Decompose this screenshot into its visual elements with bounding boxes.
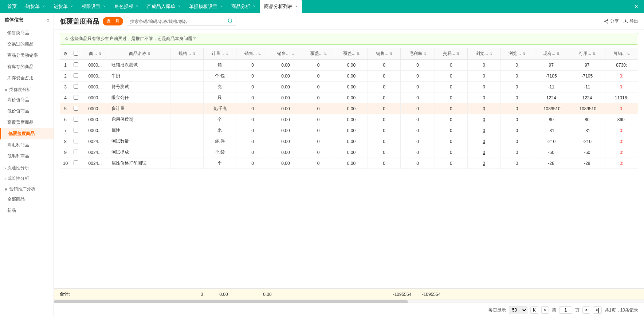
export-button[interactable]: 导出 [623,18,638,24]
sidebar-item-stock-goods[interactable]: 有库存的商品 [0,61,54,72]
sidebar-item-capital-occupation[interactable]: 库存资金占用 [0,72,54,84]
cell-checkbox[interactable] [71,158,81,169]
next-page-button[interactable]: > [582,306,590,314]
cell-checkbox[interactable] [71,60,81,71]
col-settings[interactable]: ⚙ [60,48,71,60]
sidebar-section-marketing-title[interactable]: ∨ 营销推广分析 [0,183,54,194]
cell-checkbox[interactable] [71,92,81,103]
sidebar-item-high-margin[interactable]: 高毛利商品 [0,139,54,151]
col-name[interactable]: 商品名称 ⇅ [109,48,170,60]
nav-template-close[interactable]: × [220,0,223,13]
col-cover2[interactable]: 覆盖... ⇅ [335,48,368,60]
sidebar-item-new-goods[interactable]: 新品 [0,205,54,216]
col-spec[interactable]: 规格... ⇅ [170,48,203,60]
sidebar-item-low-coverage[interactable]: 低覆盖度商品 [0,128,54,139]
row-checkbox[interactable] [74,84,78,89]
col-browse2[interactable]: 浏览... ⇅ [500,48,533,60]
col-checkbox[interactable] [71,48,81,60]
cell-browse1[interactable]: 0 [467,71,500,82]
cell-checkbox[interactable] [71,103,81,114]
cell-browse1[interactable]: 0 [467,136,500,147]
filter-period-button[interactable]: 近一月 [103,17,123,25]
sidebar-item-traded-goods[interactable]: 交易过的商品 [0,39,54,50]
col-browse1[interactable]: 浏览... ⇅ [467,48,500,60]
row-checkbox[interactable] [74,161,78,165]
current-page-input[interactable] [559,306,572,314]
cell-checkbox[interactable] [71,125,81,136]
sidebar-item-low-value[interactable]: 低价值商品 [0,106,54,117]
cell-unit: 克,千克 [203,103,236,114]
nav-product-warehouse-close[interactable]: × [178,0,180,13]
nav-purchase-order[interactable]: 进货单 × [49,0,77,13]
sidebar-item-all-goods[interactable]: 全部商品 [0,194,54,205]
cell-checkbox[interactable] [71,114,81,125]
cell-browse1[interactable]: 0 [467,158,500,169]
row-checkbox[interactable] [74,128,78,132]
col-code[interactable]: 商... ⇅ [81,48,109,60]
cell-browse1[interactable]: 0 [467,103,500,114]
search-icon[interactable] [228,18,233,24]
sidebar-item-category-turnover[interactable]: 商品分类动销率 [0,50,54,61]
col-unit[interactable]: 计量... ⇅ [203,48,236,60]
col-sales-amount[interactable]: 销售... ⇅ [269,48,302,60]
settings-icon[interactable]: ⚙ [63,51,67,56]
nav-sales-order-close[interactable]: × [43,0,45,13]
nav-product-analysis-list-close[interactable]: × [295,0,298,13]
cell-checkbox[interactable] [71,71,81,82]
nav-sales-order[interactable]: 销货单 × [21,0,49,13]
sidebar-section-growth-title[interactable]: › 成长性分析 [0,173,54,183]
col-sellable[interactable]: 可销... ⇅ [605,48,638,60]
select-all-checkbox[interactable] [74,51,78,56]
search-input[interactable] [130,19,225,24]
nav-purchase-order-close[interactable]: × [71,0,73,13]
col-cover1[interactable]: 覆盖... ⇅ [302,48,335,60]
cell-browse1[interactable]: 0 [467,60,500,71]
cell-available-stock: 1224 [569,92,605,103]
nav-product-analysis[interactable]: 商品分析 × [227,0,260,13]
row-checkbox[interactable] [74,117,78,122]
nav-permission-close[interactable]: × [103,0,106,13]
window-close-button[interactable]: × [631,3,641,11]
prev-page-button[interactable]: < [541,306,549,314]
nav-product-analysis-list[interactable]: 商品分析列表 × [260,0,302,13]
nav-home[interactable]: 首页 [3,0,21,13]
nav-permission-settings[interactable]: 权限设置 × [77,0,110,13]
per-page-select[interactable]: 50 100 200 [509,306,527,314]
sidebar-item-high-value[interactable]: 高价值商品 [0,94,54,106]
cell-browse1[interactable]: 0 [467,147,500,158]
sidebar-collapse-button[interactable]: « [46,17,49,23]
nav-role-close[interactable]: × [136,0,138,13]
cell-browse1[interactable]: 0 [467,125,500,136]
row-checkbox[interactable] [74,62,78,67]
col-available-stock[interactable]: 可用... ⇅ [569,48,605,60]
row-checkbox[interactable] [74,150,78,154]
sidebar-section-cluster-title[interactable]: ∨ 类群度分析 [0,84,54,94]
last-page-button[interactable]: >| [593,306,602,314]
cell-browse1[interactable]: 0 [467,82,500,92]
sidebar-item-high-coverage[interactable]: 高覆盖度商品 [0,117,54,128]
col-current-stock[interactable]: 现有... ⇅ [533,48,569,60]
cell-checkbox[interactable] [71,136,81,147]
nav-role-auth[interactable]: 角色授权 × [110,0,143,13]
cell-checkbox[interactable] [71,82,81,92]
cell-browse1[interactable]: 0 [467,114,500,125]
col-trade[interactable]: 交易... ⇅ [435,48,467,60]
col-margin[interactable]: 毛利率 ⇅ [401,48,435,60]
cell-unit: 个 [203,114,236,125]
share-button[interactable]: 分享 [604,18,619,24]
sidebar-item-sales-goods[interactable]: 销售类商品 [0,27,54,39]
cell-browse1[interactable]: 0 [467,92,500,103]
row-checkbox[interactable] [74,106,78,111]
nav-product-analysis-close[interactable]: × [253,0,255,13]
col-sales-qty[interactable]: 销售... ⇅ [236,48,269,60]
row-checkbox[interactable] [74,95,78,100]
col-sales3[interactable]: 销售... ⇅ [368,48,401,60]
nav-template-settings[interactable]: 单据模板设置 × [185,0,227,13]
nav-product-warehouse[interactable]: 产成品入库单 × [142,0,185,13]
row-checkbox[interactable] [74,139,78,143]
row-checkbox[interactable] [74,73,78,78]
first-page-button[interactable]: K [530,306,538,314]
sidebar-item-low-margin[interactable]: 低毛利商品 [0,151,54,162]
cell-checkbox[interactable] [71,147,81,158]
sidebar-section-circulation-title[interactable]: › 流通性分析 [0,162,54,173]
